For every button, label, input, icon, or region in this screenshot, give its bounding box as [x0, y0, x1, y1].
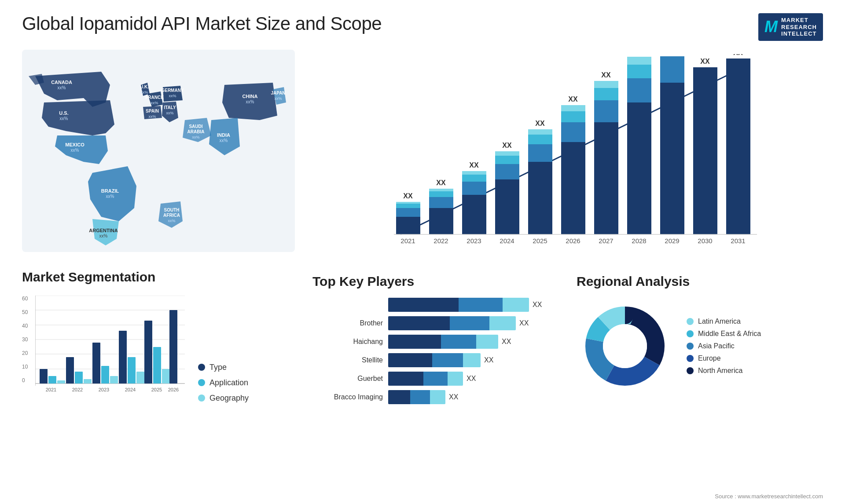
svg-rect-113	[110, 376, 118, 383]
player-name-guerbet: Guerbet	[312, 375, 383, 383]
bottom-middle: Top Key Players XX Brother	[304, 270, 823, 413]
svg-text:xx%: xx%	[246, 99, 254, 104]
svg-rect-84	[660, 56, 684, 83]
player-name-brother: Brother	[312, 319, 383, 327]
segmentation-title: Market Segmentation	[22, 270, 295, 285]
svg-text:2024: 2024	[125, 387, 136, 392]
svg-rect-111	[92, 343, 100, 383]
svg-rect-78	[627, 78, 651, 102]
player-row-bracco: Bracco Imaging XX	[312, 390, 550, 404]
svg-text:2021: 2021	[46, 387, 56, 392]
svg-text:XX: XX	[436, 179, 446, 186]
svg-rect-49	[462, 175, 486, 182]
svg-text:xx%: xx%	[148, 114, 156, 119]
player-xx-bracco: XX	[449, 393, 458, 401]
player-row-haichang: Haichang XX	[312, 335, 550, 349]
svg-text:xx%: xx%	[58, 85, 66, 90]
svg-rect-107	[66, 357, 74, 383]
latin-america-dot	[687, 318, 694, 325]
svg-rect-56	[495, 151, 519, 156]
svg-rect-47	[462, 195, 486, 234]
seg-chart-area: 0 10 20 30 40 50 60	[22, 296, 185, 403]
players-section: Top Key Players XX Brother	[304, 270, 559, 413]
svg-text:2026: 2026	[168, 387, 179, 392]
svg-text:xx%: xx%	[151, 101, 158, 105]
player-row-brother: Brother XX	[312, 316, 550, 330]
svg-text:xx%: xx%	[71, 148, 79, 153]
legend-geography: Geography	[198, 394, 249, 403]
svg-text:xx%: xx%	[274, 96, 282, 101]
growth-chart-svg: XX 2021 XX 2022 XX 2023	[312, 54, 814, 256]
player-name-stellite: Stellite	[312, 356, 383, 364]
svg-text:2025: 2025	[533, 237, 547, 245]
svg-rect-77	[627, 102, 651, 234]
svg-text:xx%: xx%	[192, 135, 199, 139]
page-title: Global Iopamidol API Market Size and Sco…	[22, 13, 382, 34]
svg-rect-121	[162, 369, 170, 383]
svg-text:MEXICO: MEXICO	[65, 142, 84, 147]
svg-rect-116	[128, 357, 136, 383]
svg-point-131	[603, 324, 647, 368]
player-bar-brother: XX	[388, 316, 550, 330]
svg-rect-83	[660, 83, 684, 234]
svg-rect-59	[528, 162, 552, 234]
svg-text:2022: 2022	[72, 387, 83, 392]
svg-text:SAUDI: SAUDI	[189, 124, 202, 129]
svg-text:XX: XX	[634, 54, 644, 55]
player-name-haichang: Haichang	[312, 338, 383, 346]
svg-text:U.S.: U.S.	[59, 110, 68, 116]
legend-type: Type	[198, 363, 249, 372]
segmentation-legend: Type Application Geography	[198, 354, 249, 403]
svg-text:xx%: xx%	[169, 94, 176, 98]
svg-text:INDIA: INDIA	[217, 132, 230, 138]
north-america-dot	[687, 367, 694, 374]
svg-rect-72	[594, 100, 618, 122]
segmentation-container: 0 10 20 30 40 50 60	[22, 291, 295, 403]
svg-rect-117	[136, 372, 144, 383]
svg-text:2022: 2022	[434, 237, 448, 245]
svg-rect-108	[75, 372, 83, 383]
svg-rect-35	[396, 217, 420, 234]
segmentation-section: Market Segmentation 0 10 20 30 40 50 60	[22, 270, 295, 413]
svg-text:2024: 2024	[500, 237, 514, 245]
player-bar-1: XX	[388, 298, 550, 312]
logo-letter: M	[764, 18, 778, 36]
svg-text:2026: 2026	[566, 237, 580, 245]
svg-rect-62	[528, 129, 552, 135]
player-xx-haichang: XX	[502, 338, 511, 346]
svg-rect-87	[693, 67, 717, 234]
header: Global Iopamidol API Market Size and Sco…	[22, 13, 823, 41]
svg-text:ARGENTINA: ARGENTINA	[89, 228, 118, 233]
svg-text:xx%: xx%	[106, 194, 114, 199]
legend-north-america: North America	[687, 367, 761, 375]
svg-text:2031: 2031	[731, 237, 745, 245]
svg-rect-115	[119, 331, 127, 383]
svg-rect-68	[561, 105, 585, 111]
svg-text:SPAIN: SPAIN	[146, 109, 159, 113]
svg-text:xx%: xx%	[60, 116, 68, 121]
logo: M MARKET RESEARCH INTELLECT	[758, 13, 823, 41]
player-row-stellite: Stellite XX	[312, 353, 550, 367]
svg-text:XX: XX	[700, 58, 710, 65]
regional-legend: Latin America Middle East & Africa Asia …	[687, 318, 761, 375]
player-bar-haichang: XX	[388, 335, 550, 349]
svg-rect-38	[396, 202, 420, 204]
legend-type-label: Type	[209, 363, 227, 372]
svg-rect-119	[144, 321, 152, 383]
player-bar-stellite: XX	[388, 353, 550, 367]
europe-label: Europe	[698, 354, 721, 362]
svg-text:2030: 2030	[698, 237, 712, 245]
svg-rect-109	[84, 379, 92, 383]
type-dot	[198, 364, 205, 371]
svg-rect-37	[396, 204, 420, 208]
svg-text:2023: 2023	[99, 387, 109, 392]
svg-rect-50	[462, 171, 486, 175]
donut-chart	[577, 298, 673, 394]
svg-text:XX: XX	[469, 161, 479, 169]
svg-text:CANADA: CANADA	[51, 80, 72, 85]
player-xx-1: XX	[533, 301, 542, 309]
legend-latin-america: Latin America	[687, 318, 761, 325]
asia-pacific-dot	[687, 343, 694, 350]
player-bar-guerbet: XX	[388, 372, 550, 386]
logo-text: MARKET RESEARCH INTELLECT	[781, 17, 817, 37]
